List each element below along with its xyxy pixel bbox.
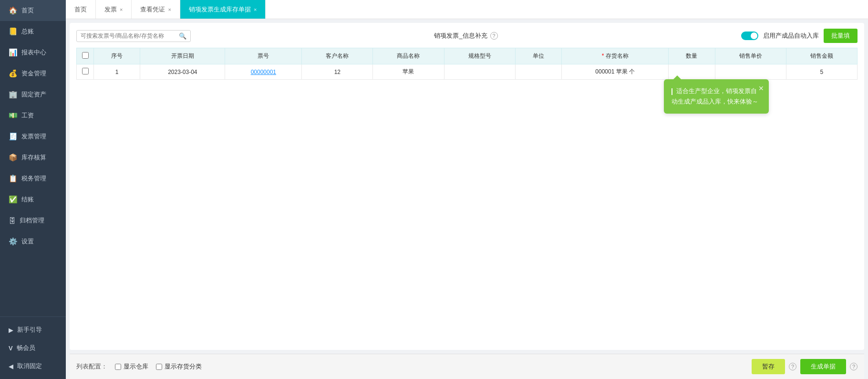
th-model: 规格型号	[444, 48, 515, 64]
th-product: 商品名称	[373, 48, 444, 64]
page-content: 🔍 销项发票_信息补充 ? 启用产成品自动入库 批量填	[70, 23, 864, 350]
th-checkbox	[77, 48, 94, 64]
invoice-link[interactable]: 00000001	[251, 69, 276, 75]
sidebar-item-home[interactable]: 🏠 首页	[0, 0, 66, 21]
payroll-icon: 💵	[9, 111, 18, 120]
sidebar-item-label: 税务管理	[21, 174, 46, 183]
sidebar-item-tax-management[interactable]: 📋 税务管理	[0, 168, 66, 189]
th-date: 开票日期	[140, 48, 225, 64]
tooltip-close-button[interactable]: ✕	[758, 83, 764, 95]
tab-view-voucher-label: 查看凭证	[140, 5, 165, 14]
assets-icon: 🏢	[9, 90, 18, 99]
sidebar-item-label: 库存核算	[21, 153, 46, 162]
th-seq: 序号	[94, 48, 140, 64]
show-warehouse-checkbox[interactable]: 显示仓库	[115, 362, 148, 371]
main-content: 首页 发票 × 查看凭证 × 销项发票生成库存单据 × 🔍 销项发票_信息补充	[66, 0, 868, 379]
sidebar-item-general-ledger[interactable]: 📒 总账	[0, 21, 66, 42]
sidebar-item-label: 结账	[21, 195, 34, 204]
info-label: 销项发票_信息补充	[434, 32, 487, 40]
td-product: 苹果	[373, 64, 444, 80]
td-checkbox	[77, 64, 94, 80]
tab-sales-invoice-stock-label: 销项发票生成库存单据	[189, 5, 251, 14]
settlement-icon: ✅	[9, 195, 18, 204]
toggle-label: 启用产成品自动入库	[763, 32, 819, 40]
sidebar-item-inventory[interactable]: 📦 库存核算	[0, 147, 66, 168]
td-invoice-no: 00000001	[225, 64, 302, 80]
th-qty: 数量	[669, 48, 715, 64]
th-invoice-no: 票号	[225, 48, 302, 64]
sidebar-item-vip[interactable]: V 畅会员	[0, 339, 66, 357]
tab-invoice-close[interactable]: ×	[120, 7, 123, 12]
table-body: 1 2023-03-04 00000001 12 苹果 000001 苹果 个 …	[77, 64, 858, 80]
show-warehouse-input[interactable]	[115, 364, 121, 370]
toggle-slider	[741, 32, 758, 40]
sidebar-item-label: 首页	[21, 6, 34, 15]
home-icon: 🏠	[9, 6, 18, 15]
batch-fill-button[interactable]: 批量填	[824, 29, 858, 43]
table-row: 1 2023-03-04 00000001 12 苹果 000001 苹果 个 …	[77, 64, 858, 80]
tab-invoice[interactable]: 发票 ×	[96, 0, 132, 19]
generate-button[interactable]: 生成单据	[800, 359, 846, 374]
tooltip-popup: ✕ 适合生产型企业，销项发票自动生成产成品入库，快来体验～	[664, 79, 769, 114]
toolbar: 🔍 销项发票_信息补充 ? 启用产成品自动入库 批量填	[76, 29, 858, 43]
td-date: 2023-03-04	[140, 64, 225, 80]
tab-view-voucher[interactable]: 查看凭证 ×	[132, 0, 180, 19]
sidebar-bottom-label: 取消固定	[17, 362, 42, 370]
list-config-label: 列表配置：	[76, 362, 107, 371]
td-model	[444, 64, 515, 80]
tax-icon: 📋	[9, 174, 18, 183]
tab-bar: 首页 发票 × 查看凭证 × 销项发票生成库存单据 ×	[66, 0, 868, 19]
sidebar-item-payroll[interactable]: 💵 工资	[0, 105, 66, 126]
sidebar-item-label: 资金管理	[21, 69, 46, 78]
th-amount: 销售金额	[786, 48, 857, 64]
select-all-checkbox[interactable]	[82, 52, 89, 59]
sidebar: 🏠 首页 📒 总账 📊 报表中心 💰 资金管理 🏢 固定资产 💵 工资 🧾 发票…	[0, 0, 66, 379]
sidebar-item-new-guide[interactable]: ▶ 新手引导	[0, 321, 66, 339]
row-checkbox[interactable]	[82, 68, 89, 74]
sidebar-item-invoice-management[interactable]: 🧾 发票管理	[0, 126, 66, 147]
sidebar-bottom-label: 畅会员	[17, 344, 35, 352]
fund-icon: 💰	[9, 69, 18, 78]
sidebar-item-fixed-assets[interactable]: 🏢 固定资产	[0, 84, 66, 105]
show-category-checkbox[interactable]: 显示存货分类	[156, 362, 202, 371]
sidebar-item-label: 报表中心	[21, 48, 46, 57]
th-unit-price: 销售单价	[715, 48, 786, 64]
toolbar-right: 启用产成品自动入库 批量填	[741, 29, 858, 43]
generate-help-icon[interactable]: ?	[850, 363, 858, 370]
search-input[interactable]	[81, 32, 179, 39]
unpin-icon: ◀	[9, 363, 13, 370]
ledger-icon: 📒	[9, 27, 18, 36]
sidebar-bottom-label: 新手引导	[17, 326, 42, 334]
td-customer: 12	[302, 64, 373, 80]
sidebar-item-label: 固定资产	[21, 90, 46, 99]
sidebar-item-unpin[interactable]: ◀ 取消固定	[0, 357, 66, 375]
save-help-icon[interactable]: ?	[789, 363, 796, 370]
sidebar-item-report-center[interactable]: 📊 报表中心	[0, 42, 66, 63]
vip-icon: V	[9, 345, 13, 352]
sidebar-item-settlement[interactable]: ✅ 结账	[0, 189, 66, 210]
tab-sales-invoice-stock-close[interactable]: ×	[254, 7, 257, 12]
search-icon: 🔍	[179, 32, 186, 40]
table-header: 序号 开票日期 票号 客户名称 商品名称 规格型号 单位 * 存货名称 数量 销…	[77, 48, 858, 64]
search-box[interactable]: 🔍	[76, 30, 191, 42]
sidebar-item-archive-management[interactable]: 🗄 归档管理	[0, 210, 66, 231]
sidebar-item-fund-management[interactable]: 💰 资金管理	[0, 63, 66, 84]
tab-home-label: 首页	[74, 5, 87, 14]
toggle-switch[interactable]	[741, 32, 758, 40]
th-customer: 客户名称	[302, 48, 373, 64]
guide-icon: ▶	[9, 326, 13, 334]
archive-icon: 🗄	[9, 217, 16, 225]
tab-view-voucher-close[interactable]: ×	[168, 7, 171, 12]
sidebar-item-label: 工资	[21, 111, 34, 120]
save-button[interactable]: 暂存	[752, 359, 785, 374]
sidebar-item-label: 归档管理	[20, 216, 44, 225]
invoice-icon: 🧾	[9, 132, 18, 141]
tab-sales-invoice-stock[interactable]: 销项发票生成库存单据 ×	[180, 0, 266, 19]
tooltip-text: 适合生产型企业，销项发票自动生成产成品入库，快来体验～	[672, 87, 758, 105]
show-category-input[interactable]	[156, 364, 162, 370]
tab-home[interactable]: 首页	[66, 0, 96, 19]
td-amount: 5	[786, 64, 857, 80]
td-unit-price	[715, 64, 786, 80]
info-help-icon[interactable]: ?	[490, 32, 498, 40]
sidebar-item-settings[interactable]: ⚙️ 设置	[0, 231, 66, 252]
